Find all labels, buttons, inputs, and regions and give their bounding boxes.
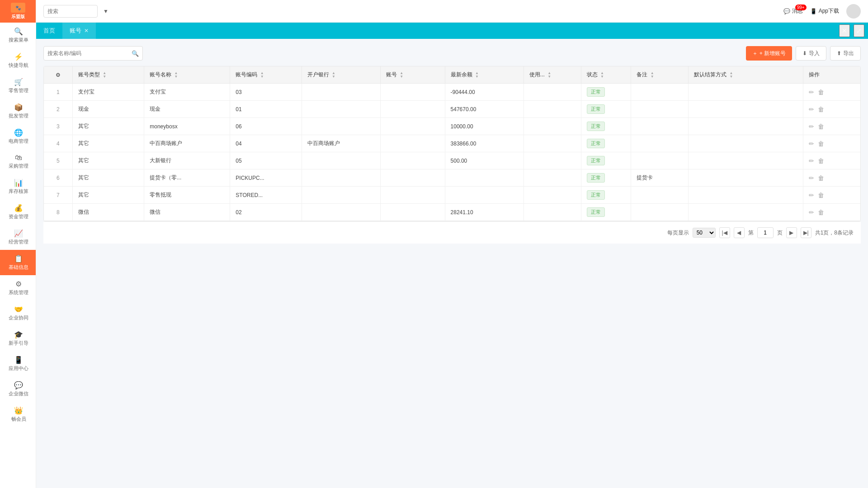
cell-balance-6 (445, 187, 524, 204)
cell-code-4: 05 (230, 152, 302, 169)
maximize-tab-button[interactable]: ⤢ (854, 24, 864, 37)
cell-note-5: 提货卡 (631, 169, 689, 187)
sidebar-item-wholesale-mgmt[interactable]: 📦 批发管理 (0, 99, 36, 124)
page-next-button[interactable]: ▶ (786, 227, 797, 238)
delete-icon-3[interactable]: 🗑 (818, 140, 824, 147)
cell-action-6: ✏ 🗑 (803, 187, 860, 204)
col-default-header[interactable]: 默认结算方式 ▲▼ (689, 66, 803, 84)
cell-note-3 (631, 135, 689, 152)
add-icon: ＋ (752, 50, 758, 57)
sidebar-item-purchase-mgmt[interactable]: 🛍 采购管理 (0, 149, 36, 174)
cell-usage-5 (524, 169, 581, 187)
sidebar-label-wholesale-mgmt: 批发管理 (9, 113, 28, 119)
cell-name-6: 零售抵现 (144, 187, 230, 204)
per-page-select[interactable]: 50 20 100 (693, 228, 716, 238)
sidebar-item-enterprise-agmt[interactable]: 🤝 企业协同 (0, 300, 36, 326)
col-account-header[interactable]: 账号 ▲▼ (381, 66, 445, 84)
cell-default-2 (689, 118, 803, 135)
add-account-label: + 新增账号 (760, 50, 786, 57)
col-gear[interactable]: ⚙ (44, 66, 72, 84)
page-prev-button[interactable]: ◀ (734, 227, 745, 238)
col-bank-header[interactable]: 开户银行 ▲▼ (302, 66, 380, 84)
sidebar-icon-retail-mgmt: 🛒 (14, 78, 23, 86)
sidebar-item-search-menu[interactable]: 🔍 搜索菜单 (0, 23, 36, 48)
cell-default-3 (689, 135, 803, 152)
cell-type-4: 其它 (72, 152, 144, 169)
cell-bank-0 (302, 84, 380, 101)
page-first-button[interactable]: |◀ (719, 227, 730, 238)
sidebar-item-sys-mgmt[interactable]: ⚙ 系统管理 (0, 275, 36, 300)
sidebar-item-ecom-mgmt[interactable]: 🌐 电商管理 (0, 124, 36, 149)
sidebar-item-vip-member[interactable]: 👑 畅会员 (0, 402, 36, 427)
message-button[interactable]: 💬 消息 99+ (783, 7, 803, 15)
edit-icon-3[interactable]: ✏ (809, 140, 814, 147)
cell-action-4: ✏ 🗑 (803, 152, 860, 169)
sidebar-icon-enterprise-wx: 💬 (14, 381, 23, 389)
cell-balance-5 (445, 169, 524, 187)
mobile-icon: 📱 (810, 8, 817, 14)
sidebar-item-app-center[interactable]: 📱 应用中心 (0, 351, 36, 376)
export-button[interactable]: ⬆ 导出 (830, 46, 861, 61)
cell-name-2: moneybosx (144, 118, 230, 135)
cell-status-6: 正常 (581, 187, 631, 204)
sidebar-item-finance-mgmt[interactable]: 💰 资金管理 (0, 199, 36, 225)
cell-type-7: 微信 (72, 204, 144, 221)
cell-account-2 (381, 118, 445, 135)
edit-icon-0[interactable]: ✏ (809, 89, 814, 96)
sidebar-item-basic-info[interactable]: 📋 基础信息 (0, 250, 36, 275)
col-note-header[interactable]: 备注 ▲▼ (631, 66, 689, 84)
close-tab-button[interactable]: ✕ (839, 24, 850, 37)
search-icon[interactable]: 🔍 (132, 50, 139, 57)
sidebar-label-purchase-mgmt: 采购管理 (9, 163, 28, 169)
import-button[interactable]: ⬇ 导入 (796, 46, 826, 61)
edit-icon-7[interactable]: ✏ (809, 209, 814, 216)
app-download-button[interactable]: 📱 App下载 (810, 7, 839, 15)
page-last-button[interactable]: ▶| (801, 227, 811, 238)
cell-note-4 (631, 152, 689, 169)
account-table: ⚙ 账号类型 ▲▼ 账号名称 ▲▼ 账号编码 ▲▼ (43, 66, 861, 221)
cell-type-1: 现金 (72, 101, 144, 118)
top-header: ▼ 💬 消息 99+ 📱 App下载 (36, 0, 868, 23)
user-avatar[interactable] (846, 4, 861, 19)
sidebar-icon-finance-mgmt: 💰 (14, 204, 23, 212)
sidebar-item-inventory[interactable]: 📊 库存核算 (0, 174, 36, 199)
header-dropdown[interactable]: ▼ (103, 8, 108, 14)
cell-code-6: STORED... (230, 187, 302, 204)
delete-icon-0[interactable]: 🗑 (818, 89, 824, 96)
delete-icon-6[interactable]: 🗑 (818, 192, 824, 199)
col-balance-header[interactable]: 最新余额 ▲▼ (445, 66, 524, 84)
sidebar-item-retail-mgmt[interactable]: 🛒 零售管理 (0, 73, 36, 99)
page-input[interactable] (757, 227, 774, 238)
delete-icon-1[interactable]: 🗑 (818, 106, 824, 113)
search-input[interactable] (47, 50, 132, 56)
delete-icon-4[interactable]: 🗑 (818, 157, 824, 164)
cell-index-3: 4 (44, 135, 72, 152)
cell-default-0 (689, 84, 803, 101)
cell-account-4 (381, 152, 445, 169)
tab-close-account[interactable]: ✕ (84, 28, 89, 34)
col-name-header[interactable]: 账号名称 ▲▼ (144, 66, 230, 84)
cell-default-6 (689, 187, 803, 204)
edit-icon-5[interactable]: ✏ (809, 174, 814, 182)
sidebar-item-beginner-guide[interactable]: 🎓 新手引导 (0, 326, 36, 351)
sidebar-item-ops-mgmt[interactable]: 📈 经营管理 (0, 225, 36, 250)
sidebar-item-enterprise-wx[interactable]: 💬 企业微信 (0, 376, 36, 402)
edit-icon-1[interactable]: ✏ (809, 106, 814, 113)
sidebar-icon-app-center: 📱 (14, 356, 23, 364)
tab-account[interactable]: 账号✕ (62, 23, 96, 39)
header-search-input[interactable] (43, 5, 98, 18)
add-account-button[interactable]: ＋ + 新增账号 (746, 46, 792, 61)
edit-icon-2[interactable]: ✏ (809, 123, 814, 130)
cell-balance-1: 547670.00 (445, 101, 524, 118)
delete-icon-2[interactable]: 🗑 (818, 123, 824, 130)
col-type-header[interactable]: 账号类型 ▲▼ (72, 66, 144, 84)
delete-icon-7[interactable]: 🗑 (818, 209, 824, 216)
sidebar-item-quick-nav[interactable]: ⚡ 快捷导航 (0, 48, 36, 73)
delete-icon-5[interactable]: 🗑 (818, 174, 824, 182)
tab-home[interactable]: 首页 (36, 23, 62, 39)
edit-icon-4[interactable]: ✏ (809, 157, 814, 164)
col-code-header[interactable]: 账号编码 ▲▼ (230, 66, 302, 84)
col-usage-header[interactable]: 使用... ▲▼ (524, 66, 581, 84)
edit-icon-6[interactable]: ✏ (809, 192, 814, 199)
col-status-header[interactable]: 状态 ▲▼ (581, 66, 631, 84)
